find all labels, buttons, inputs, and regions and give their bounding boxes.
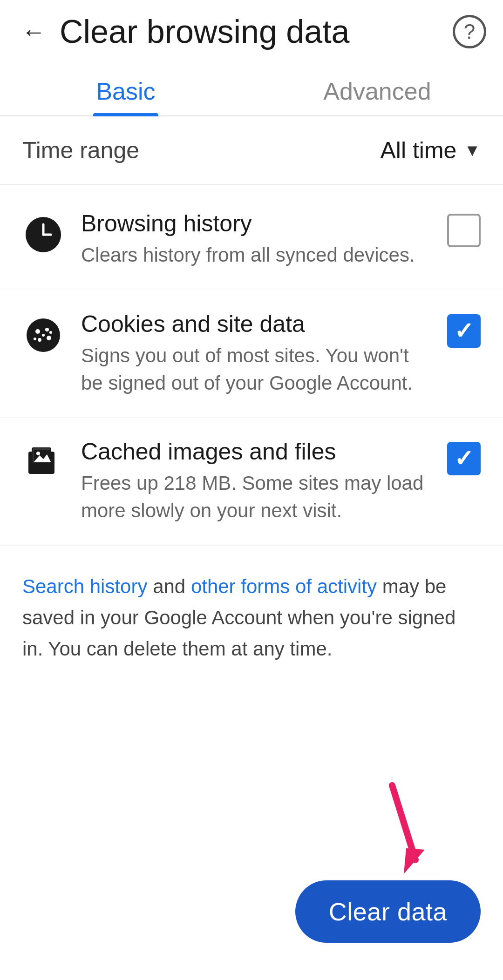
time-range-label: Time range — [22, 137, 139, 164]
time-range-row: Time range All time ▼ — [0, 116, 503, 185]
cookies-title: Cookies and site data — [81, 311, 430, 338]
arrow-indicator — [364, 781, 439, 885]
option-cookies: Cookies and site data Signs you out of m… — [0, 290, 503, 418]
cookies-checkbox[interactable]: ✓ — [447, 314, 481, 348]
svg-point-9 — [34, 338, 36, 340]
cached-checkbox[interactable]: ✓ — [447, 442, 481, 475]
help-button[interactable]: ? — [453, 15, 486, 48]
cached-text: Cached images and files Frees up 218 MB.… — [81, 438, 430, 525]
footer-note: Search history and other forms of activi… — [0, 550, 503, 685]
other-activity-link[interactable]: other forms of activity — [191, 575, 377, 597]
browsing-history-checkbox[interactable] — [447, 214, 481, 247]
back-button[interactable]: ← — [17, 15, 50, 48]
svg-marker-18 — [404, 848, 425, 874]
browsing-history-text: Browsing history Clears history from all… — [81, 210, 430, 269]
svg-point-4 — [35, 329, 40, 334]
cache-icon — [22, 442, 64, 484]
clear-data-button[interactable]: Clear data — [295, 880, 481, 943]
svg-point-10 — [49, 331, 52, 334]
cookies-text: Cookies and site data Signs you out of m… — [81, 311, 430, 397]
option-cached: Cached images and files Frees up 218 MB.… — [0, 418, 503, 546]
tabs-container: Basic Advanced — [0, 64, 503, 116]
page-title: Clear browsing data — [60, 13, 453, 50]
dropdown-arrow-icon: ▼ — [464, 141, 481, 160]
time-range-value: All time — [380, 137, 456, 164]
footer-text-and: and — [153, 575, 191, 597]
svg-point-8 — [42, 334, 45, 337]
svg-point-5 — [45, 328, 49, 331]
clock-icon — [22, 214, 64, 256]
svg-point-6 — [47, 336, 51, 340]
options-section: Browsing history Clears history from all… — [0, 185, 503, 550]
tab-advanced[interactable]: Advanced — [252, 64, 503, 115]
browsing-history-desc: Clears history from all synced devices. — [81, 242, 430, 269]
header: ← Clear browsing data ? — [0, 0, 503, 60]
checkmark-icon: ✓ — [454, 447, 474, 470]
tab-basic[interactable]: Basic — [0, 64, 252, 115]
clear-data-container: Clear data — [295, 781, 481, 943]
time-range-selector[interactable]: All time ▼ — [380, 137, 481, 164]
browsing-history-title: Browsing history — [81, 210, 430, 237]
cookies-desc: Signs you out of most sites. You won't b… — [81, 342, 430, 397]
cookies-icon — [22, 314, 64, 356]
checkmark-icon: ✓ — [454, 319, 474, 343]
cached-desc: Frees up 218 MB. Some sites may load mor… — [81, 470, 430, 525]
svg-point-7 — [38, 338, 41, 342]
cached-title: Cached images and files — [81, 438, 430, 465]
svg-point-15 — [36, 452, 40, 455]
option-browsing-history: Browsing history Clears history from all… — [0, 189, 503, 290]
search-history-link[interactable]: Search history — [22, 575, 147, 597]
